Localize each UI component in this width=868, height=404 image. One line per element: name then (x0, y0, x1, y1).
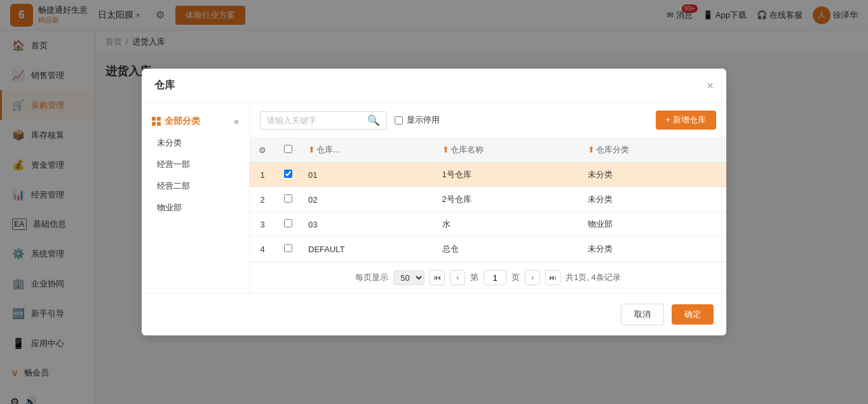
name-column-header: ⬆仓库名称 (435, 138, 581, 163)
sort-icon: ⬆ (588, 145, 595, 154)
first-page-button[interactable]: ⏮ (430, 270, 445, 285)
table-row[interactable]: 2 02 2号仓库 未分类 (250, 187, 726, 212)
category-item-uncategorized[interactable]: 未分类 (142, 132, 249, 154)
category-column-header: ⬆仓库分类 (580, 138, 726, 163)
warehouse-table: ⚙ ⬆仓库... ⬆仓库名称 ⬆仓库分类 1 01 1号仓库 未分类 2 (250, 138, 726, 262)
row-checkbox[interactable] (284, 194, 292, 203)
all-categories-item[interactable]: 全部分类 « (142, 111, 249, 132)
modal-footer: 取消 确定 (142, 293, 726, 335)
row-name: 1号仓库 (435, 163, 581, 187)
collapse-icon[interactable]: « (234, 116, 239, 126)
next-page-button[interactable]: › (525, 270, 540, 285)
row-name: 水 (435, 212, 581, 237)
category-item-property[interactable]: 物业部 (142, 197, 249, 219)
warehouse-modal: 仓库 × 全部分类 « 未分类 经营一部 经营二部 物业部 (142, 69, 726, 335)
table-row[interactable]: 4 DEFAULT 总仓 未分类 (250, 237, 726, 262)
row-name: 2号仓库 (435, 187, 581, 212)
page-number-input[interactable] (484, 270, 506, 285)
row-category: 未分类 (580, 187, 726, 212)
show-disabled-checkbox-label[interactable]: 显示停用 (395, 114, 440, 126)
row-checkbox-cell[interactable] (275, 163, 301, 187)
row-category: 未分类 (580, 163, 726, 187)
row-number: 3 (250, 212, 275, 237)
row-checkbox[interactable] (284, 219, 292, 227)
confirm-button[interactable]: 确定 (672, 304, 714, 325)
right-toolbar: 🔍 显示停用 + 新增仓库 (250, 103, 726, 138)
row-number: 1 (250, 163, 275, 187)
table-header-row: ⚙ ⬆仓库... ⬆仓库名称 ⬆仓库分类 (250, 138, 726, 163)
row-code: 01 (301, 163, 435, 187)
row-checkbox[interactable] (284, 170, 292, 178)
category-item-dept1[interactable]: 经营一部 (142, 154, 249, 175)
add-warehouse-button[interactable]: + 新增仓库 (656, 111, 716, 130)
close-icon[interactable]: × (707, 80, 714, 91)
search-icon: 🔍 (367, 114, 380, 126)
row-category: 物业部 (580, 212, 726, 237)
table-row[interactable]: 3 03 水 物业部 (250, 212, 726, 237)
row-checkbox-cell[interactable] (275, 187, 301, 212)
show-disabled-checkbox[interactable] (395, 116, 403, 125)
modal-body: 全部分类 « 未分类 经营一部 经营二部 物业部 🔍 (142, 103, 726, 293)
row-checkbox-cell[interactable] (275, 212, 301, 237)
grid-icon (152, 117, 161, 126)
prev-page-button[interactable]: ‹ (450, 270, 465, 285)
per-page-select[interactable]: 50 (393, 271, 424, 285)
sort-icon: ⬆ (308, 145, 315, 154)
row-code: 02 (301, 187, 435, 212)
row-number: 2 (250, 187, 275, 212)
category-panel: 全部分类 « 未分类 经营一部 经营二部 物业部 (142, 103, 250, 293)
last-page-button[interactable]: ⏭ (545, 270, 560, 285)
warehouse-table-container: ⚙ ⬆仓库... ⬆仓库名称 ⬆仓库分类 1 01 1号仓库 未分类 2 (250, 138, 726, 262)
select-all-checkbox[interactable] (284, 145, 292, 153)
row-code: DEFAULT (301, 237, 435, 262)
gear-header-icon: ⚙ (259, 145, 266, 155)
search-box: 🔍 (260, 111, 387, 130)
search-input[interactable] (267, 116, 363, 125)
category-item-dept2[interactable]: 经营二部 (142, 175, 249, 197)
right-panel: 🔍 显示停用 + 新增仓库 ⚙ (250, 103, 726, 293)
row-code: 03 (301, 212, 435, 237)
row-checkbox[interactable] (284, 244, 292, 252)
modal-title: 仓库 (154, 79, 175, 92)
row-category: 未分类 (580, 237, 726, 262)
modal-overlay: 仓库 × 全部分类 « 未分类 经营一部 经营二部 物业部 (0, 0, 868, 404)
row-checkbox-cell[interactable] (275, 237, 301, 262)
gear-column-header: ⚙ (250, 138, 275, 163)
checkbox-column-header (275, 138, 301, 163)
row-number: 4 (250, 237, 275, 262)
code-column-header: ⬆仓库... (301, 138, 435, 163)
sort-icon: ⬆ (442, 145, 449, 154)
cancel-button[interactable]: 取消 (621, 304, 664, 325)
row-name: 总仓 (435, 237, 581, 262)
modal-header: 仓库 × (142, 69, 726, 103)
table-row[interactable]: 1 01 1号仓库 未分类 (250, 163, 726, 187)
pagination: 每页显示 50 ⏮ ‹ 第 页 › ⏭ 共1页, 4条记录 (250, 262, 726, 293)
